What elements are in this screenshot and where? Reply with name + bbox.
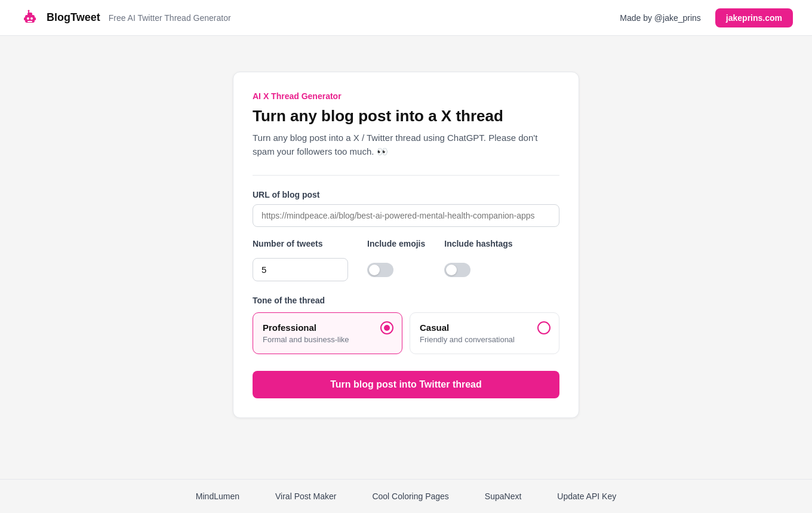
hashtags-toggle-wrapper	[444, 258, 512, 277]
header-cta-button[interactable]: jakeprins.com	[715, 8, 793, 27]
svg-rect-2	[27, 13, 32, 16]
hashtags-label: Include hashtags	[444, 239, 512, 248]
footer-link-update-api-key[interactable]: Update API Key	[557, 492, 616, 501]
svg-rect-6	[24, 17, 26, 20]
num-tweets-input[interactable]	[253, 258, 348, 281]
header-right: Made by @jake_prins jakeprins.com	[620, 8, 793, 27]
card-badge: AI X Thread Generator	[253, 91, 559, 101]
hashtags-toggle-track[interactable]	[444, 263, 470, 277]
tone-label: Tone of the thread	[253, 296, 559, 305]
footer-link-cool-coloring-pages[interactable]: Cool Coloring Pages	[372, 492, 448, 501]
svg-point-4	[30, 17, 33, 20]
hashtags-toggle-thumb	[446, 265, 457, 275]
header: BlogTweet Free AI Twitter Thread Generat…	[0, 0, 812, 36]
brand-name: BlogTweet	[47, 11, 100, 24]
emojis-toggle-wrapper	[367, 258, 425, 277]
tone-casual-check	[537, 321, 550, 334]
card-description: Turn any blog post into a X / Twitter th…	[253, 131, 559, 158]
hashtags-toggle[interactable]	[444, 263, 470, 277]
submit-button[interactable]: Turn blog post into Twitter thread	[253, 371, 559, 398]
url-label: URL of blog post	[253, 190, 559, 199]
hashtags-group: Include hashtags	[444, 239, 512, 277]
svg-point-3	[27, 17, 29, 20]
made-by-text: Made by @jake_prins	[620, 13, 701, 23]
generator-card: AI X Thread Generator Turn any blog post…	[233, 72, 579, 418]
form-section: URL of blog post Number of tweets Includ…	[253, 175, 559, 398]
num-tweets-group: Number of tweets	[253, 239, 348, 281]
url-input[interactable]	[253, 204, 559, 227]
brand-logo-icon	[19, 7, 41, 29]
footer: MindLumen Viral Post Maker Cool Coloring…	[0, 479, 812, 513]
header-left: BlogTweet Free AI Twitter Thread Generat…	[19, 7, 231, 29]
tone-options: Professional Formal and business-like Ca…	[253, 312, 559, 354]
emojis-toggle-track[interactable]	[367, 263, 393, 277]
emojis-toggle-thumb	[369, 265, 380, 275]
card-title: Turn any blog post into a X thread	[253, 107, 559, 125]
svg-rect-7	[34, 17, 36, 20]
tone-professional[interactable]: Professional Formal and business-like	[253, 312, 402, 354]
brand-tagline: Free AI Twitter Thread Generator	[109, 13, 231, 23]
options-row: Number of tweets Include emojis	[253, 239, 559, 281]
num-tweets-label: Number of tweets	[253, 239, 348, 248]
emojis-toggle[interactable]	[367, 263, 393, 277]
tone-professional-desc: Formal and business-like	[263, 335, 392, 344]
tone-professional-title: Professional	[263, 322, 392, 333]
tone-casual-title: Casual	[420, 322, 549, 333]
tone-casual-desc: Friendly and conversational	[420, 335, 549, 344]
main-content: AI X Thread Generator Turn any blog post…	[0, 36, 812, 479]
svg-point-9	[28, 10, 30, 11]
footer-link-mindlumen[interactable]: MindLumen	[196, 492, 239, 501]
footer-link-supanext[interactable]: SupaNext	[485, 492, 521, 501]
emojis-group: Include emojis	[367, 239, 425, 277]
emojis-label: Include emojis	[367, 239, 425, 248]
tone-casual[interactable]: Casual Friendly and conversational	[410, 312, 559, 354]
svg-rect-5	[27, 21, 32, 22]
tone-professional-check	[380, 321, 393, 334]
footer-link-viral-post-maker[interactable]: Viral Post Maker	[275, 492, 336, 501]
